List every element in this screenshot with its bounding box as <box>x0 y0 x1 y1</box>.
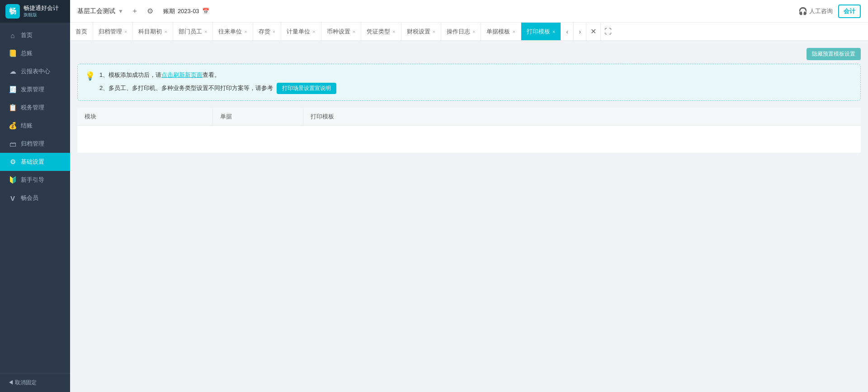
sidebar-item-settle[interactable]: 💰 结账 <box>0 117 70 135</box>
tab-tax-settings-close[interactable]: × <box>433 29 435 34</box>
sidebar-item-archive[interactable]: 🗃 归档管理 <box>0 135 70 153</box>
tab-currency-label: 币种设置 <box>327 28 350 36</box>
tab-subject-init-close[interactable]: × <box>164 29 167 34</box>
tab-subject-init-label: 科目期初 <box>138 28 162 36</box>
reports-icon: ☁ <box>8 67 17 76</box>
tab-unit[interactable]: 计量单位 × <box>281 23 321 40</box>
company-selector[interactable]: 基层工会测试 ▼ <box>77 7 123 15</box>
refresh-link[interactable]: 点击刷新新页面 <box>161 71 203 78</box>
tab-print-template-close[interactable]: × <box>552 29 555 34</box>
tab-counterpart-label: 往来单位 <box>218 28 242 36</box>
unpin-button[interactable]: ◀ 取消固定 <box>0 373 70 392</box>
period-info: 账期 2023-03 📅 <box>163 7 209 15</box>
guide-icon: 🔰 <box>8 176 17 184</box>
tab-unit-label: 计量单位 <box>287 28 310 36</box>
company-name: 基层工会测试 <box>77 7 115 15</box>
tab-voucher-type-close[interactable]: × <box>392 29 395 34</box>
sidebar-item-guide[interactable]: 🔰 新手引导 <box>0 171 70 189</box>
kuaiji-button[interactable]: 会计 <box>838 5 861 18</box>
member-icon: V <box>8 194 17 202</box>
tab-op-log[interactable]: 操作日志 × <box>441 23 481 40</box>
table-body <box>77 126 861 153</box>
headset-icon: 🎧 <box>798 7 807 15</box>
sidebar-label-basic: 基础设置 <box>21 158 44 166</box>
tab-print-template[interactable]: 打印模板 × <box>521 23 561 40</box>
tab-single-form-close[interactable]: × <box>512 29 515 34</box>
sidebar-label-archive: 归档管理 <box>21 140 44 148</box>
tab-unit-close[interactable]: × <box>312 29 315 34</box>
calendar-icon[interactable]: 📅 <box>202 8 209 14</box>
tab-voucher-type[interactable]: 凭证类型 × <box>361 23 401 40</box>
ledger-icon: 📒 <box>8 49 17 57</box>
tax-icon: 📋 <box>8 104 17 112</box>
tab-home-label: 首页 <box>75 28 87 36</box>
sidebar-label-tax: 税务管理 <box>21 104 44 112</box>
notice-line2: 2、多员工、多打印机、多种业务类型设置不同打印方案等，请参考 打印场景设置宣说明 <box>99 83 853 94</box>
hide-preview-button[interactable]: 隐藏预置模板设置 <box>807 48 861 60</box>
sidebar-item-member[interactable]: V 畅会员 <box>0 189 70 207</box>
logo-area: 畅 畅捷通好会计 旗舰版 <box>0 0 70 23</box>
tab-print-template-label: 打印模板 <box>527 28 550 36</box>
tab-close-all-button[interactable]: ✕ <box>586 23 601 40</box>
invoice-icon: 🧾 <box>8 85 17 94</box>
tab-currency-close[interactable]: × <box>353 29 355 34</box>
sidebar-item-basic[interactable]: ⚙ 基础设置 <box>0 153 70 171</box>
table-header: 模块 单据 打印模板 <box>77 108 861 126</box>
hide-preview-section: 隐藏预置模板设置 <box>77 48 861 60</box>
company-dropdown-icon: ▼ <box>118 8 123 14</box>
logo-icon: 畅 <box>5 4 20 19</box>
sidebar-item-reports[interactable]: ☁ 云报表中心 <box>0 62 70 80</box>
tab-tax-settings[interactable]: 财税设置 × <box>401 23 441 40</box>
unpin-label: ◀ 取消固定 <box>8 379 37 387</box>
tab-inventory[interactable]: 存货 × <box>253 23 281 40</box>
tab-subject-init[interactable]: 科目期初 × <box>133 23 173 40</box>
app-name: 畅捷通好会计 <box>24 5 59 12</box>
tab-counterpart[interactable]: 往来单位 × <box>213 23 253 40</box>
app-edition: 旗舰版 <box>24 12 59 18</box>
logo-text-block: 畅捷通好会计 旗舰版 <box>24 5 59 19</box>
tab-single-form-label: 单据模板 <box>486 28 510 36</box>
sidebar-item-home[interactable]: ⌂ 首页 <box>0 26 70 44</box>
tab-inventory-label: 存货 <box>259 28 270 36</box>
tab-archive-mgmt-close[interactable]: × <box>124 29 127 34</box>
notice-line2-prefix: 2、多员工、多打印机、多种业务类型设置不同打印方案等，请参考 <box>99 84 273 92</box>
home-icon: ⌂ <box>8 32 17 39</box>
tab-tax-settings-label: 财税设置 <box>407 28 430 36</box>
sidebar-item-tax[interactable]: 📋 税务管理 <box>0 99 70 117</box>
tab-counterpart-close[interactable]: × <box>244 29 247 34</box>
add-tab-button[interactable]: ＋ <box>129 5 141 17</box>
basic-icon: ⚙ <box>8 158 17 166</box>
th-module: 模块 <box>77 108 213 125</box>
tab-voucher-type-label: 凭证类型 <box>367 28 390 36</box>
tab-op-log-close[interactable]: × <box>472 29 475 34</box>
settle-icon: 💰 <box>8 122 17 130</box>
tab-archive-mgmt[interactable]: 归档管理 × <box>93 23 133 40</box>
tab-op-log-label: 操作日志 <box>447 28 470 36</box>
sidebar-item-ledger[interactable]: 📒 总账 <box>0 44 70 62</box>
period-label: 账期 <box>163 7 175 15</box>
tab-next-button[interactable]: › <box>574 23 586 40</box>
bulb-icon: 💡 <box>85 71 95 94</box>
tab-prev-button[interactable]: ‹ <box>561 23 574 40</box>
tab-single-form[interactable]: 单据模板 × <box>481 23 521 40</box>
sidebar-label-guide: 新手引导 <box>21 176 44 184</box>
tab-home[interactable]: 首页 <box>70 23 93 40</box>
settings-button[interactable]: ⚙ <box>144 5 156 17</box>
period-value: 2023-03 <box>178 8 199 14</box>
tab-dept-staff[interactable]: 部门员工 × <box>173 23 213 40</box>
th-template: 打印模板 <box>303 108 861 125</box>
tab-fullscreen-button[interactable]: ⛶ <box>601 23 615 40</box>
notice-line1: 1、模板添加成功后，请点击刷新新页面查看。 <box>99 71 853 80</box>
tab-inventory-close[interactable]: × <box>273 29 275 34</box>
sidebar-item-invoice[interactable]: 🧾 发票管理 <box>0 80 70 99</box>
print-template-table: 模块 单据 打印模板 <box>77 108 861 153</box>
service-button[interactable]: 🎧 人工咨询 <box>798 7 833 15</box>
sidebar-label-member: 畅会员 <box>21 194 38 202</box>
print-scene-button[interactable]: 打印场景设置宣说明 <box>277 83 336 94</box>
sidebar-nav: ⌂ 首页 📒 总账 ☁ 云报表中心 🧾 发票管理 📋 税务管理 💰 结账 🗃 归… <box>0 23 70 373</box>
notice-box: 💡 1、模板添加成功后，请点击刷新新页面查看。 2、多员工、多打印机、多种业务类… <box>77 64 861 101</box>
tab-dept-staff-label: 部门员工 <box>179 28 202 36</box>
topbar: 基层工会测试 ▼ ＋ ⚙ 账期 2023-03 📅 🎧 人工咨询 会计 <box>70 0 868 23</box>
tab-currency[interactable]: 币种设置 × <box>321 23 361 40</box>
tab-dept-staff-close[interactable]: × <box>204 29 207 34</box>
